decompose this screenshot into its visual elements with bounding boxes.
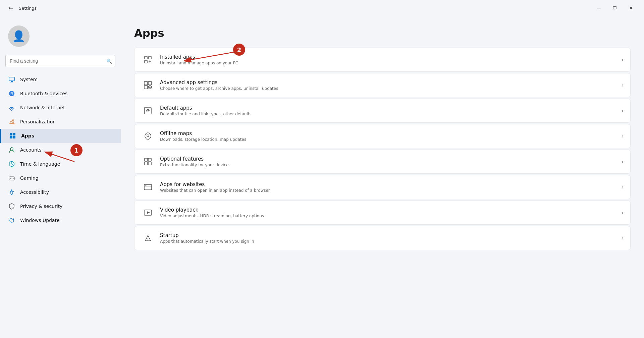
offline-maps-icon (141, 129, 155, 143)
video-playback-chevron: › (622, 210, 624, 215)
search-box: 🔍 (5, 55, 115, 67)
sidebar-item-network[interactable]: Network & internet (0, 101, 121, 115)
installed-apps-title: Installed apps (160, 54, 618, 60)
svg-rect-20 (145, 60, 147, 63)
card-video-playback[interactable]: Video playback Video adjustments, HDR st… (134, 201, 631, 225)
svg-marker-41 (147, 211, 150, 214)
advanced-app-settings-chevron: › (622, 82, 624, 88)
svg-point-39 (147, 185, 147, 186)
personalization-nav-icon (8, 118, 15, 125)
apps-for-websites-subtitle: Websites that can open in an app instead… (160, 188, 618, 193)
back-button[interactable]: ← (5, 3, 16, 13)
main-layout: 👤 🔍 SystemBBluetooth & devicesNetwork & … (0, 16, 644, 338)
system-nav-icon (8, 76, 15, 83)
svg-rect-35 (148, 162, 151, 165)
video-playback-icon (141, 206, 155, 219)
page-title: Apps (134, 27, 631, 40)
default-apps-title: Default apps (160, 105, 618, 111)
optional-features-icon (141, 155, 155, 168)
nav-menu: SystemBBluetooth & devicesNetwork & inte… (0, 72, 121, 227)
search-icon: 🔍 (106, 58, 112, 64)
card-optional-features[interactable]: Optional features Extra functionality fo… (134, 150, 631, 174)
svg-rect-7 (10, 133, 12, 135)
titlebar: ← Settings — ❐ ✕ (0, 0, 644, 16)
advanced-app-settings-title: Advanced app settings (160, 79, 618, 86)
minimize-button[interactable]: — (591, 3, 606, 13)
sidebar-item-label-network: Network & internet (20, 105, 65, 110)
installed-apps-icon (141, 53, 155, 66)
update-nav-icon (8, 217, 15, 224)
sidebar-item-label-system: System (20, 77, 38, 82)
installed-apps-chevron: › (622, 57, 624, 62)
svg-rect-10 (13, 136, 15, 138)
default-apps-icon (141, 104, 155, 117)
video-playback-title: Video playback (160, 207, 618, 213)
maximize-button[interactable]: ❐ (607, 3, 623, 13)
avatar-section: 👤 (0, 21, 121, 55)
time-nav-icon (8, 160, 15, 168)
card-advanced-app-settings[interactable]: Advanced app settings Choose where to ge… (134, 73, 631, 97)
card-default-apps[interactable]: Default apps Defaults for file and link … (134, 99, 631, 123)
search-input[interactable] (5, 55, 115, 67)
svg-rect-25 (148, 81, 152, 85)
sidebar: 👤 🔍 SystemBBluetooth & devicesNetwork & … (0, 16, 121, 338)
svg-rect-32 (145, 158, 148, 161)
sidebar-item-label-time: Time & language (20, 161, 60, 167)
card-offline-maps[interactable]: Offline maps Downloads, storage location… (134, 124, 631, 148)
svg-rect-26 (144, 86, 148, 89)
close-button[interactable]: ✕ (623, 3, 639, 13)
svg-rect-9 (10, 136, 12, 138)
svg-rect-2 (10, 82, 13, 82)
sidebar-item-accounts[interactable]: Accounts (0, 143, 121, 157)
card-startup[interactable]: Startup Apps that automatically start wh… (134, 226, 631, 250)
sidebar-item-gaming[interactable]: Gaming (0, 171, 121, 185)
titlebar-title: Settings (19, 6, 37, 11)
offline-maps-chevron: › (622, 133, 624, 139)
svg-text:B: B (10, 91, 13, 96)
svg-point-38 (145, 185, 146, 186)
svg-point-6 (12, 120, 14, 121)
sidebar-item-personalization[interactable]: Personalization (0, 115, 121, 129)
svg-point-31 (147, 135, 149, 137)
svg-point-28 (149, 87, 151, 88)
svg-rect-33 (148, 158, 151, 161)
sidebar-item-accessibility[interactable]: Accessibility (0, 185, 121, 199)
svg-rect-0 (9, 77, 14, 81)
sidebar-item-time[interactable]: Time & language (0, 157, 121, 171)
window-controls: — ❐ ✕ (591, 3, 639, 13)
sidebar-item-privacy[interactable]: Privacy & security (0, 199, 121, 213)
default-apps-subtitle: Defaults for file and link types, other … (160, 112, 618, 116)
avatar[interactable]: 👤 (8, 25, 30, 47)
sidebar-item-label-privacy: Privacy & security (20, 204, 62, 209)
sidebar-item-label-apps: Apps (21, 133, 34, 138)
accessibility-nav-icon (8, 188, 15, 196)
sidebar-item-update[interactable]: Windows Update (0, 213, 121, 227)
apps-for-websites-chevron: › (622, 184, 624, 190)
card-apps-for-websites[interactable]: Apps for websites Websites that can open… (134, 175, 631, 199)
startup-subtitle: Apps that automatically start when you s… (160, 239, 618, 244)
card-installed-apps[interactable]: Installed apps Uninstall and manage apps… (134, 48, 631, 72)
gaming-nav-icon (8, 174, 15, 182)
default-apps-chevron: › (622, 108, 624, 113)
sidebar-item-label-accessibility: Accessibility (20, 189, 49, 195)
sidebar-item-bluetooth[interactable]: BBluetooth & devices (0, 87, 121, 101)
advanced-app-settings-subtitle: Choose where to get apps, archive apps, … (160, 86, 618, 91)
offline-maps-subtitle: Downloads, storage location, map updates (160, 137, 618, 142)
apps-for-websites-title: Apps for websites (160, 181, 618, 187)
offline-maps-title: Offline maps (160, 130, 618, 136)
optional-features-title: Optional features (160, 156, 618, 162)
svg-rect-8 (13, 133, 15, 135)
optional-features-subtitle: Extra functionality for your device (160, 163, 618, 167)
sidebar-item-label-update: Windows Update (20, 218, 60, 223)
startup-icon (141, 231, 155, 245)
svg-point-11 (10, 148, 13, 150)
svg-point-18 (11, 189, 12, 191)
svg-rect-34 (145, 162, 148, 165)
sidebar-item-apps[interactable]: Apps (0, 129, 121, 143)
sidebar-item-system[interactable]: System (0, 72, 121, 87)
startup-chevron: › (622, 235, 624, 241)
svg-point-44 (148, 240, 148, 241)
svg-point-16 (12, 178, 13, 178)
svg-rect-19 (145, 56, 147, 59)
apps-for-websites-icon (141, 180, 155, 194)
